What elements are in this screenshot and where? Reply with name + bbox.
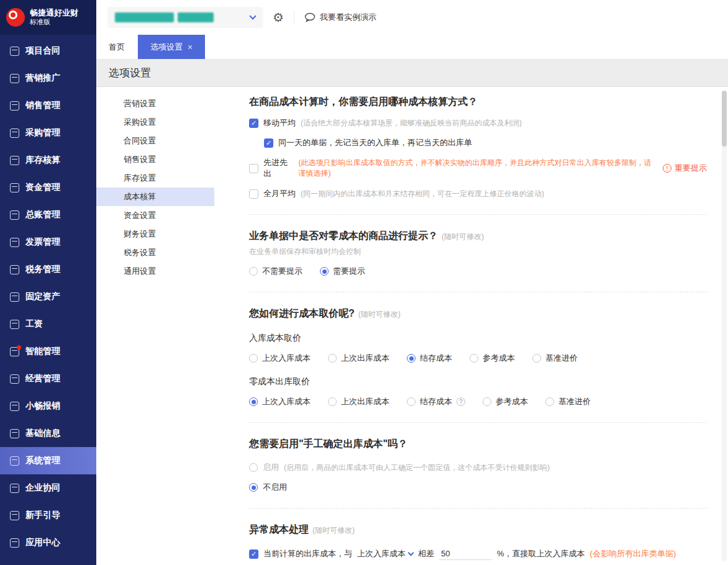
sidebar-item-label: 库存核算 bbox=[25, 155, 60, 166]
same-day-checkbox[interactable]: ✓ bbox=[264, 138, 273, 148]
radio-reference-cost[interactable]: 参考成本 bbox=[483, 396, 528, 407]
radio-last-outbound-cost[interactable]: 上次出库成本 bbox=[328, 353, 389, 364]
settings-gear-icon[interactable]: ⚙ bbox=[273, 11, 284, 24]
radio-balance-cost[interactable]: 结存成本 bbox=[407, 353, 452, 364]
sidebar-item-smart-mgmt[interactable]: 智能管理 bbox=[0, 338, 96, 365]
sidebar-item-tax[interactable]: 税务管理 bbox=[0, 256, 96, 283]
sidebar-item-invoice[interactable]: 发票管理 bbox=[0, 228, 96, 256]
disable-label: 不启用 bbox=[263, 482, 287, 493]
radio-base-price[interactable]: 基准进价 bbox=[545, 396, 591, 407]
sidebar-item-purchase[interactable]: 采购管理 bbox=[0, 119, 96, 147]
radio-balance-cost[interactable]: 结存成本? bbox=[407, 396, 465, 407]
sidebar-item-inventory[interactable]: 库存核算 bbox=[0, 147, 96, 174]
sidebar-item-label: 工资 bbox=[25, 319, 43, 330]
app-title: 畅捷通好业财 bbox=[30, 8, 78, 18]
radio-last-inbound-cost[interactable]: 上次入库成本 bbox=[249, 353, 311, 364]
sidebar-item-business-mgmt[interactable]: 经营管理 bbox=[0, 365, 96, 392]
sidebar-item-expense[interactable]: 小畅报销 bbox=[0, 392, 96, 420]
settings-panel: 在商品成本计算时，你需要启用哪种成本核算方式？ ✓ 移动平均 (适合绝大部分成本… bbox=[214, 87, 728, 565]
nav-item-tax-settings[interactable]: 税务设置 bbox=[96, 243, 214, 262]
radio-label: 上次出库成本 bbox=[341, 396, 389, 407]
radio-icon[interactable] bbox=[545, 397, 554, 406]
scrollbar[interactable] bbox=[722, 91, 727, 561]
important-notice-link[interactable]: ! 重要提示 bbox=[663, 163, 707, 174]
rule-text-b: 相差 bbox=[418, 548, 434, 559]
sidebar-item-collaboration[interactable]: 企业协同 bbox=[0, 474, 96, 502]
radio-last-outbound-cost[interactable]: 上次出库成本 bbox=[328, 396, 389, 407]
sidebar-item-sales[interactable]: 销售管理 bbox=[0, 92, 96, 119]
close-icon[interactable]: × bbox=[188, 42, 193, 52]
radio-icon[interactable] bbox=[483, 397, 491, 406]
tab-settings[interactable]: 选项设置 × bbox=[138, 35, 205, 59]
sidebar-item-general-ledger[interactable]: 总账管理 bbox=[0, 201, 96, 228]
radio-icon[interactable] bbox=[407, 354, 416, 363]
collaboration-icon bbox=[10, 484, 19, 493]
sidebar-item-app-center[interactable]: 应用中心 bbox=[0, 529, 96, 556]
radio-reference-cost[interactable]: 参考成本 bbox=[470, 353, 515, 364]
radio-need-tip[interactable]: 需要提示 bbox=[320, 266, 365, 277]
moving-average-row[interactable]: ✓ 移动平均 (适合绝大部分成本核算场景，能够准确反映当前商品的成本及利润) bbox=[249, 117, 707, 129]
sidebar-item-marketing[interactable]: 营销推广 bbox=[0, 65, 96, 92]
sidebar-item-basic-info[interactable]: 基础信息 bbox=[0, 420, 96, 447]
section-title-text: 异常成本处理 bbox=[249, 523, 309, 536]
tax-icon bbox=[10, 265, 19, 274]
difference-percent-input[interactable] bbox=[439, 548, 492, 560]
moving-average-checkbox[interactable]: ✓ bbox=[249, 119, 258, 128]
inbound-pricing-radio-group: 上次入库成本 上次出库成本 结存成本 参考成本 基准进价 bbox=[249, 353, 707, 364]
nav-item-marketing-settings[interactable]: 营销设置 bbox=[96, 94, 214, 113]
radio-icon[interactable] bbox=[249, 397, 258, 406]
expense-icon bbox=[10, 402, 19, 411]
monthly-average-row[interactable]: 全月平均 (同一期间内的出库成本和月末结存相同，可在一定程度上修正价格的波动) bbox=[249, 188, 707, 199]
fifo-row[interactable]: 先进先出 (此选项只影响出库成本取值的方式，并不解决实物的出库顺序，并且此种方式… bbox=[249, 157, 707, 179]
sidebar-item-payroll[interactable]: 工资 bbox=[0, 310, 96, 338]
nav-item-inventory-settings[interactable]: 库存设置 bbox=[96, 169, 214, 188]
same-day-label: 同一天的单据，先记当天的入库单，再记当天的出库单 bbox=[278, 137, 472, 148]
tab-home[interactable]: 首页 bbox=[96, 35, 138, 59]
fifo-label: 先进先出 bbox=[263, 157, 294, 179]
radio-icon[interactable] bbox=[249, 354, 258, 363]
sidebar-item-label: 应用中心 bbox=[25, 537, 60, 548]
nav-item-finance-settings[interactable]: 财务设置 bbox=[96, 225, 214, 243]
monthly-average-checkbox[interactable] bbox=[249, 189, 258, 199]
nav-item-fund-settings[interactable]: 资金设置 bbox=[96, 206, 214, 225]
speech-bubble-icon bbox=[304, 12, 316, 22]
disable-row[interactable]: 不启用 bbox=[249, 482, 707, 493]
nav-item-sales-settings[interactable]: 销售设置 bbox=[96, 150, 214, 169]
radio-icon[interactable] bbox=[249, 267, 258, 276]
radio-label: 上次出库成本 bbox=[341, 353, 389, 364]
zero-tip-subtitle: 在业务单据保存和审核时均会控制 bbox=[249, 246, 361, 257]
radio-icon[interactable] bbox=[328, 354, 337, 363]
help-icon[interactable]: ? bbox=[457, 397, 465, 406]
nav-item-contract-settings[interactable]: 合同设置 bbox=[96, 132, 214, 150]
sidebar-item-beginner-guide[interactable]: 新手引导 bbox=[0, 502, 96, 529]
nav-item-cost-accounting[interactable]: 成本核算 bbox=[96, 188, 214, 206]
nav-item-purchase-settings[interactable]: 采购设置 bbox=[96, 113, 214, 132]
sidebar-item-label: 经营管理 bbox=[25, 373, 60, 384]
sidebar-item-system-mgmt[interactable]: 系统管理 bbox=[0, 447, 96, 474]
sidebar-item-project-contract[interactable]: 项目合同 bbox=[0, 37, 96, 65]
zero-tip-subtitle-row: 在业务单据保存和审核时均会控制 bbox=[249, 246, 707, 257]
company-selector[interactable] bbox=[107, 7, 263, 28]
radio-icon[interactable] bbox=[532, 354, 541, 363]
sidebar-item-funds[interactable]: 资金管理 bbox=[0, 174, 96, 201]
same-day-row[interactable]: ✓ 同一天的单据，先记当天的入库单，再记当天的出库单 bbox=[264, 137, 707, 148]
invoice-icon bbox=[10, 238, 19, 247]
nav-item-general-settings[interactable]: 通用设置 bbox=[96, 262, 214, 281]
demo-link[interactable]: 我要看实例演示 bbox=[304, 12, 376, 23]
enable-radio[interactable] bbox=[249, 463, 258, 472]
fifo-checkbox[interactable] bbox=[249, 164, 258, 173]
abnormal-rule-checkbox[interactable]: ✓ bbox=[249, 549, 258, 559]
sidebar-item-fixed-assets[interactable]: 固定资产 bbox=[0, 283, 96, 310]
radio-icon[interactable] bbox=[320, 267, 329, 276]
radio-base-price[interactable]: 基准进价 bbox=[532, 353, 578, 364]
disable-radio[interactable] bbox=[249, 483, 258, 492]
radio-last-inbound-cost[interactable]: 上次入库成本 bbox=[249, 396, 311, 407]
purchase-icon bbox=[10, 129, 19, 138]
scrollbar-thumb[interactable] bbox=[722, 91, 727, 147]
radio-no-tip[interactable]: 不需要提示 bbox=[249, 266, 303, 277]
enable-row[interactable]: 启用 (启用后，商品的出库成本可由人工确定一个固定值，这个成本不受计价规则影响) bbox=[249, 462, 707, 473]
radio-icon[interactable] bbox=[470, 354, 478, 363]
radio-icon[interactable] bbox=[407, 397, 416, 406]
cost-type-select[interactable]: 上次入库成本 bbox=[357, 548, 413, 559]
radio-icon[interactable] bbox=[328, 397, 337, 406]
